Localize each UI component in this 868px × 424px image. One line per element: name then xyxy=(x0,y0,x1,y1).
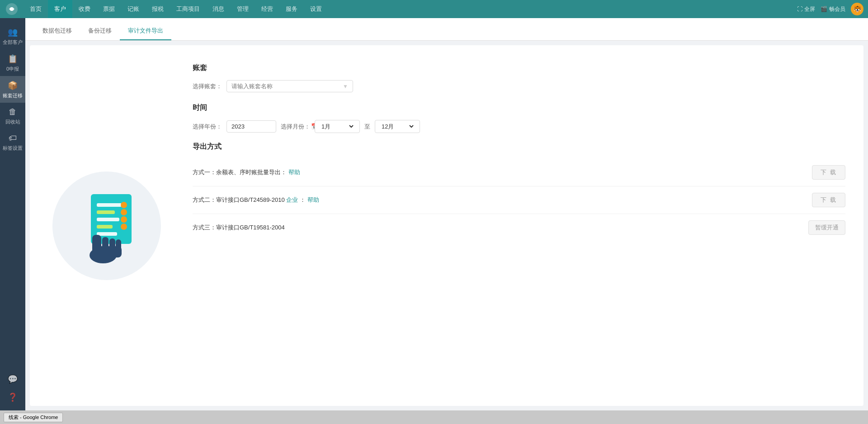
sidebar-item-all-customers[interactable]: 👥 全部客户 xyxy=(0,23,25,49)
migration-icon: 📦 xyxy=(8,81,18,91)
svg-point-11 xyxy=(121,224,127,230)
svg-rect-3 xyxy=(97,203,122,207)
export-method-3: 方式三：审计接口GB/T19581-2004 暂缓开通 xyxy=(193,214,845,241)
taskbar-item-chrome[interactable]: 线索 - Google Chrome xyxy=(4,413,63,422)
account-set-row: 选择账套： ▼ xyxy=(193,80,845,92)
method2-colon: ： xyxy=(300,196,306,203)
method1-download-button[interactable]: 下 载 xyxy=(812,165,845,180)
tabs-bar: 数据包迁移 备份迁移 审计文件导出 xyxy=(25,18,868,41)
main-layout: 👥 全部客户 📋 0申报 📦 账套迁移 🗑 回收站 🏷 标签设置 💬 ❓ xyxy=(0,18,868,410)
nav-manage[interactable]: 管理 xyxy=(231,0,255,18)
nav-fee[interactable]: 收费 xyxy=(72,0,97,18)
tab-backup-migration[interactable]: 备份迁移 xyxy=(80,22,120,40)
svg-rect-4 xyxy=(97,210,115,214)
member-button[interactable]: 🎬 畅会员 xyxy=(821,5,845,13)
month-end-select-wrapper[interactable]: 1月 2月 3月 4月 5月 6月 7月 8月 9月 10月 11月 12月 xyxy=(375,120,420,133)
svg-rect-6 xyxy=(97,225,113,229)
sidebar-item-label: 0申报 xyxy=(6,66,19,72)
export-section: 导出方式 方式一：余额表、序时账批量导出： 帮助 下 载 方式二：审计接口GB/… xyxy=(193,142,845,241)
method2-company-link[interactable]: 企业 xyxy=(286,196,298,203)
select-account-label: 选择账套： xyxy=(193,82,222,91)
help-icon: ❓ xyxy=(8,392,18,402)
dropdown-icon: ▼ xyxy=(343,83,348,90)
page-content: 账套 选择账套： ▼ 时间 选择年份： 📅 选择月份： xyxy=(30,45,863,406)
svg-point-8 xyxy=(121,202,127,208)
sidebar-item-label: 回收站 xyxy=(5,119,20,125)
top-nav-right: ⛶ 全屏 🎬 畅会员 🐯 xyxy=(797,3,863,15)
tab-data-migration[interactable]: 数据包迁移 xyxy=(34,22,80,40)
top-navigation: 首页 客户 收费 票据 记账 报税 工商项目 消息 管理 经营 服务 设置 ⛶ … xyxy=(0,0,868,18)
export-method-1: 方式一：余额表、序时账批量导出： 帮助 下 载 xyxy=(193,159,845,186)
sidebar-item-recycle[interactable]: 🗑 回收站 xyxy=(0,103,25,129)
fullscreen-label: 全屏 xyxy=(804,5,815,13)
time-row: 选择年份： 📅 选择月份： 1月 2月 3月 4月 5月 6月 xyxy=(193,120,845,133)
customers-icon: 👥 xyxy=(8,27,18,37)
method2-label: 方式二：审计接口GB/T24589-2010 xyxy=(193,196,285,203)
method3-label: 方式三：审计接口GB/T19581-2004 xyxy=(193,224,285,231)
illustration-area xyxy=(48,59,165,392)
nav-items: 首页 客户 收费 票据 记账 报税 工商项目 消息 管理 经营 服务 设置 xyxy=(24,0,797,18)
sidebar-item-migration[interactable]: 📦 账套迁移 xyxy=(0,76,25,103)
tab-audit-export[interactable]: 审计文件导出 xyxy=(120,22,171,40)
account-input[interactable] xyxy=(231,83,340,90)
method2-download-button[interactable]: 下 载 xyxy=(812,193,845,207)
svg-rect-5 xyxy=(97,218,119,221)
account-input-wrapper[interactable]: ▼ xyxy=(226,80,353,92)
nav-service[interactable]: 服务 xyxy=(279,0,304,18)
nav-tax[interactable]: 报税 xyxy=(146,0,170,18)
member-label: 畅会员 xyxy=(829,5,845,13)
year-label: 选择年份： xyxy=(193,123,222,131)
method2-text: 方式二：审计接口GB/T24589-2010 企业 ： 帮助 xyxy=(193,196,319,204)
time-title: 时间 xyxy=(193,103,845,113)
year-input-wrapper[interactable]: 📅 xyxy=(226,120,276,133)
export-method-title: 导出方式 xyxy=(193,142,845,152)
sidebar-item-zero-declare[interactable]: 📋 0申报 xyxy=(0,49,25,76)
form-area: 账套 选择账套： ▼ 时间 选择年份： 📅 选择月份： xyxy=(193,59,845,392)
method1-label: 方式一：余额表、序时账批量导出： xyxy=(193,169,287,176)
fullscreen-button[interactable]: ⛶ 全屏 xyxy=(797,5,815,13)
sidebar-item-label: 全部客户 xyxy=(3,39,23,46)
method1-text: 方式一：余额表、序时账批量导出： 帮助 xyxy=(193,168,300,176)
nav-message[interactable]: 消息 xyxy=(206,0,231,18)
month-label: 选择月份： xyxy=(281,123,310,131)
svg-point-10 xyxy=(121,216,127,223)
app-logo xyxy=(5,2,19,16)
fullscreen-icon: ⛶ xyxy=(797,6,802,12)
avatar[interactable]: 🐯 xyxy=(851,3,863,15)
sidebar-item-msg[interactable]: 💬 xyxy=(0,370,25,388)
content-area: 数据包迁移 备份迁移 审计文件导出 xyxy=(25,18,868,410)
method1-help-link[interactable]: 帮助 xyxy=(288,169,300,176)
sidebar-item-label: 标签设置 xyxy=(3,145,23,152)
nav-settings[interactable]: 设置 xyxy=(304,0,328,18)
nav-accounting[interactable]: 记账 xyxy=(121,0,146,18)
nav-business[interactable]: 工商项目 xyxy=(170,0,206,18)
account-set-title: 账套 xyxy=(193,63,845,73)
method3-text: 方式三：审计接口GB/T19581-2004 xyxy=(193,224,285,232)
svg-point-1 xyxy=(10,7,14,11)
nav-customer[interactable]: 客户 xyxy=(48,0,72,18)
illustration-circle xyxy=(52,172,161,280)
tag-icon: 🏷 xyxy=(9,133,17,143)
method2-help-link[interactable]: 帮助 xyxy=(307,196,319,203)
sidebar: 👥 全部客户 📋 0申报 📦 账套迁移 🗑 回收站 🏷 标签设置 💬 ❓ xyxy=(0,18,25,410)
member-icon: 🎬 xyxy=(821,6,827,12)
svg-point-9 xyxy=(121,209,127,215)
nav-home[interactable]: 首页 xyxy=(24,0,48,18)
nav-operation[interactable]: 经营 xyxy=(255,0,279,18)
illustration-svg xyxy=(71,185,143,267)
sidebar-item-tag-settings[interactable]: 🏷 标签设置 xyxy=(0,129,25,155)
month-start-select-wrapper[interactable]: 1月 2月 3月 4月 5月 6月 7月 8月 9月 10月 11月 12月 xyxy=(315,120,360,133)
sidebar-item-label: 账套迁移 xyxy=(3,92,23,99)
sidebar-item-help[interactable]: ❓ xyxy=(0,388,25,406)
message-icon: 💬 xyxy=(8,374,18,384)
declare-icon: 📋 xyxy=(8,54,18,64)
recycle-icon: 🗑 xyxy=(9,107,17,117)
month-start-select[interactable]: 1月 2月 3月 4月 5月 6月 7月 8月 9月 10月 11月 12月 xyxy=(320,123,355,130)
sidebar-bottom: 💬 ❓ xyxy=(0,370,25,410)
svg-rect-17 xyxy=(92,246,122,257)
svg-rect-7 xyxy=(97,232,117,236)
nav-invoice[interactable]: 票据 xyxy=(97,0,121,18)
month-end-select[interactable]: 1月 2月 3月 4月 5月 6月 7月 8月 9月 10月 11月 12月 xyxy=(380,123,415,130)
method3-open-button[interactable]: 暂缓开通 xyxy=(808,220,845,235)
time-separator: 至 xyxy=(364,123,370,131)
